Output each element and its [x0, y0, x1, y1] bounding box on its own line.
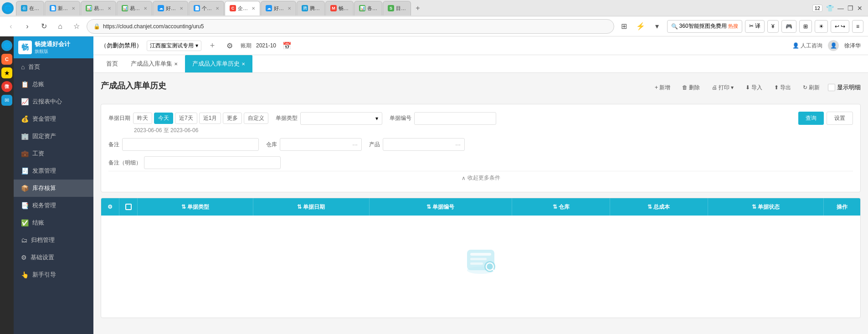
- dropdown-button[interactable]: ▾: [651, 20, 663, 33]
- maximize-button[interactable]: ❐: [847, 5, 853, 12]
- product-select[interactable]: ···: [383, 138, 465, 151]
- company-select[interactable]: 江西服宝测试专用 ▾: [147, 41, 201, 51]
- settings-button[interactable]: ⚙: [223, 39, 236, 52]
- refresh-button[interactable]: ↻: [37, 20, 50, 33]
- th-no[interactable]: ⇅ 单据编号: [370, 198, 513, 216]
- sidebar-item-basic[interactable]: ⚙ 基础设置: [14, 249, 93, 266]
- product-dots[interactable]: ···: [455, 141, 461, 148]
- back-button[interactable]: ‹: [5, 20, 17, 33]
- select-all-checkbox[interactable]: [125, 204, 132, 210]
- shirt-icon[interactable]: 👕: [826, 5, 834, 12]
- lightning-button[interactable]: ⚡: [634, 20, 647, 33]
- search-toolbar-btn[interactable]: 🔍 360智能抠图免费用 热搜: [667, 20, 742, 33]
- bookmark-button[interactable]: ☆: [70, 20, 83, 33]
- sidebar-item-ledger[interactable]: 📋 总账: [14, 76, 93, 93]
- tab-close-3[interactable]: ✕: [108, 6, 111, 11]
- game-btn[interactable]: 🎮: [781, 20, 796, 33]
- browser-tab-6[interactable]: 📄 个… ✕: [189, 1, 224, 15]
- import-button[interactable]: ⬇ 导入: [742, 82, 766, 93]
- add-tab-button[interactable]: +: [411, 2, 424, 15]
- refresh-button[interactable]: ↻ 刷新: [799, 82, 823, 93]
- mail-app-icon[interactable]: ✉: [1, 95, 12, 106]
- browser-tab-11[interactable]: 📊 各…: [354, 1, 382, 15]
- sidebar-item-archive[interactable]: 🗂 归档管理: [14, 231, 93, 249]
- add-button[interactable]: + 新增: [651, 82, 674, 93]
- sidebar-item-fund[interactable]: 💰 资金管理: [14, 110, 93, 128]
- forward-button[interactable]: ›: [21, 20, 34, 33]
- add-company-button[interactable]: +: [206, 39, 219, 52]
- browser-tab-8[interactable]: ☁ 好… ✕: [261, 1, 296, 15]
- th-type[interactable]: ⇅ 单据类型: [138, 198, 253, 216]
- menu-btn[interactable]: ≡: [852, 20, 863, 33]
- browser-tab-2[interactable]: 📄 新… ✕: [45, 1, 80, 15]
- close-window-button[interactable]: ✕: [857, 5, 863, 12]
- calendar-button[interactable]: 📅: [281, 39, 293, 52]
- collapse-button[interactable]: ∧ 收起更多条件: [108, 171, 853, 185]
- chanjet-app-icon[interactable]: C: [1, 54, 12, 65]
- sidebar-item-salary[interactable]: 💼 工资: [14, 145, 93, 162]
- browser-logo[interactable]: 🌐: [2, 2, 14, 14]
- browser-tab-9[interactable]: 腾 腾…: [297, 1, 325, 15]
- tab-close-2[interactable]: ✕: [72, 6, 75, 11]
- tab-close-6[interactable]: ✕: [216, 6, 219, 11]
- tab-list-close[interactable]: ✕: [174, 62, 178, 67]
- tab-close-8[interactable]: ✕: [288, 6, 291, 11]
- translate-btn[interactable]: ¥: [767, 20, 779, 33]
- theme-btn[interactable]: ☀: [815, 20, 828, 33]
- tab-count[interactable]: 12: [812, 5, 822, 12]
- sidebar-item-invoice[interactable]: 🧾 发票管理: [14, 162, 93, 180]
- date-yesterday-btn[interactable]: 昨天: [133, 113, 152, 124]
- browser-tab-12[interactable]: S 目…: [383, 1, 411, 15]
- browser-tab-3[interactable]: 📊 易… ✕: [81, 1, 116, 15]
- delete-button[interactable]: 🗑 删除: [678, 82, 704, 93]
- sidebar-item-newentry[interactable]: 👆 新手引导: [14, 266, 93, 283]
- browser-tab-1[interactable]: 在 在…: [16, 1, 44, 15]
- url-input[interactable]: 🔒 https://cloud.chanjet.com/accounting/u…: [87, 19, 614, 34]
- browser-tab-7[interactable]: C 企… ✕: [225, 1, 260, 15]
- sidebar-item-inventory[interactable]: 📦 库存核算: [14, 180, 93, 197]
- 360-icon[interactable]: 🌐: [1, 40, 12, 51]
- date-1month-btn[interactable]: 近1月: [199, 113, 221, 124]
- th-cost[interactable]: ⇅ 总成本: [610, 198, 708, 216]
- th-date[interactable]: ⇅ 单据日期: [253, 198, 369, 216]
- th-settings[interactable]: ⚙: [101, 198, 119, 216]
- warehouse-select[interactable]: ···: [280, 138, 362, 151]
- show-detail-toggle[interactable]: 显示明细: [828, 83, 861, 92]
- number-input[interactable]: [414, 112, 496, 125]
- browser-tab-5[interactable]: ☁ 好… ✕: [153, 1, 188, 15]
- tab-history-close[interactable]: ✕: [241, 62, 245, 67]
- date-today-btn[interactable]: 今天: [154, 113, 173, 124]
- history-btn[interactable]: ↩ ↪: [831, 20, 849, 33]
- type-select[interactable]: ▾: [300, 112, 382, 125]
- browser-tab-10[interactable]: M 畅…: [325, 1, 354, 15]
- tab-close-7[interactable]: ✕: [252, 6, 255, 11]
- th-status[interactable]: ⇅ 单据状态: [708, 198, 824, 216]
- warehouse-dots[interactable]: ···: [352, 141, 358, 148]
- breadcrumb-tab-history[interactable]: 产成品入库单历史 ✕: [185, 55, 252, 72]
- sidebar-item-home[interactable]: ⌂ 首页: [14, 58, 93, 76]
- export-button[interactable]: ⬆ 导出: [770, 82, 795, 93]
- th-warehouse[interactable]: ⇅ 仓库: [512, 198, 610, 216]
- weibo-app-icon[interactable]: 微: [1, 81, 12, 92]
- home-button[interactable]: ⌂: [54, 20, 67, 33]
- browser-tab-4[interactable]: 📊 易… ✕: [117, 1, 152, 15]
- sidebar-item-fixed[interactable]: 🏢 固定资产: [14, 128, 93, 145]
- sidebar-item-tax[interactable]: 📑 税务管理: [14, 197, 93, 214]
- tab-close-4[interactable]: ✕: [144, 6, 147, 11]
- print-button[interactable]: 🖨 打印 ▾: [708, 82, 737, 93]
- date-custom-btn[interactable]: 自定义: [244, 113, 268, 124]
- sidebar-item-report[interactable]: 📈 云报表中心: [14, 93, 93, 110]
- date-more-btn[interactable]: 更多: [223, 113, 242, 124]
- date-7days-btn[interactable]: 近7天: [175, 113, 197, 124]
- extensions-button[interactable]: ⊞: [618, 20, 631, 33]
- remark-detail-input[interactable]: [144, 156, 281, 169]
- minimize-button[interactable]: —: [837, 5, 844, 12]
- scissors-toolbar-btn[interactable]: ✂ 译: [745, 20, 765, 33]
- breadcrumb-tab-list[interactable]: 产成品入库单集 ✕: [123, 55, 185, 72]
- tab-close-5[interactable]: ✕: [180, 6, 183, 11]
- query-button[interactable]: 查询: [798, 112, 824, 125]
- layout-btn[interactable]: ⊞: [799, 20, 812, 33]
- star-app-icon[interactable]: ★: [1, 67, 12, 78]
- sidebar-item-checkout[interactable]: ✅ 结账: [14, 214, 93, 231]
- setting-button[interactable]: 设置: [827, 112, 853, 125]
